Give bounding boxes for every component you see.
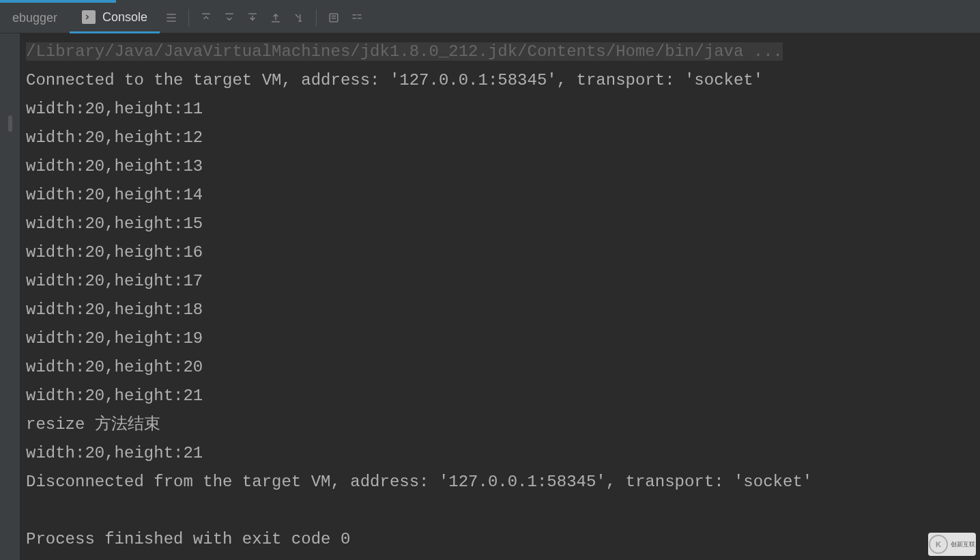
watermark-text: 创新互联 [951, 540, 975, 549]
console-line: width:20,height:11 [26, 95, 975, 124]
watermark-logo-icon: K [929, 535, 948, 554]
separator-1 [188, 9, 189, 27]
console-line: width:20,height:15 [26, 210, 975, 238]
console-line: width:20,height:12 [26, 124, 975, 152]
console-line: Disconnected from the target VM, address… [26, 468, 975, 496]
console-line: Connected to the target VM, address: '12… [26, 66, 975, 95]
upload-icon[interactable] [264, 3, 287, 33]
run-to-cursor-icon[interactable] [287, 3, 311, 33]
console-line: resize 方法结束 [26, 410, 975, 439]
body-area: /Library/Java/JavaVirtualMachines/jdk1.8… [0, 33, 980, 560]
console-line: width:20,height:16 [26, 238, 975, 267]
console-line: width:20,height:17 [26, 267, 975, 296]
trace-icon[interactable] [345, 3, 369, 33]
console-line: width:20,height:19 [26, 324, 975, 353]
left-gutter [0, 33, 20, 560]
gutter-marker [8, 115, 12, 132]
console-line: Process finished with exit code 0 [26, 525, 975, 554]
console-line: width:20,height:21 [26, 439, 975, 468]
console-line [26, 496, 975, 525]
java-command-path: /Library/Java/JavaVirtualMachines/jdk1.8… [26, 42, 783, 61]
tab-debugger-label: ebugger [12, 11, 57, 25]
console-icon [82, 10, 96, 24]
down-stack-alt-icon[interactable] [241, 3, 264, 33]
console-line: width:20,height:14 [26, 181, 975, 210]
separator-2 [316, 9, 317, 27]
console-line: width:20,height:21 [26, 382, 975, 410]
console-command-line: /Library/Java/JavaVirtualMachines/jdk1.8… [26, 38, 975, 66]
watermark-badge: K 创新互联 [928, 533, 976, 556]
console-line: width:20,height:20 [26, 353, 975, 382]
down-stack-icon[interactable] [218, 3, 241, 33]
console-line: width:20,height:13 [26, 152, 975, 181]
console-output[interactable]: /Library/Java/JavaVirtualMachines/jdk1.8… [20, 33, 980, 560]
debug-toolbar: ebugger Console [0, 3, 980, 33]
menu-icon[interactable] [160, 3, 183, 33]
console-line: width:20,height:18 [26, 296, 975, 324]
svg-rect-11 [330, 14, 338, 22]
up-stack-icon[interactable] [194, 3, 218, 33]
tab-console-label: Console [102, 10, 147, 25]
tab-debugger[interactable]: ebugger [0, 3, 70, 33]
evaluate-icon[interactable] [322, 3, 345, 33]
tab-console[interactable]: Console [70, 3, 160, 33]
